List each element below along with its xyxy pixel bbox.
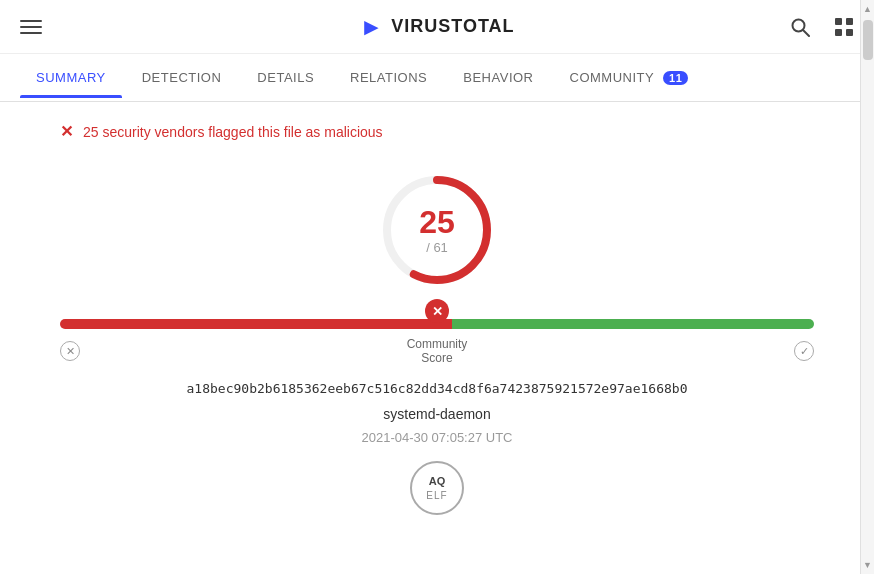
tab-bar: SUMMARY DETECTION DETAILS RELATIONS BEHA… (0, 54, 874, 102)
score-label: Score (407, 351, 468, 365)
tab-relations[interactable]: RELATIONS (334, 58, 443, 97)
scrollbar-track: ▲ ▼ (860, 0, 874, 574)
community-label: Community (407, 337, 468, 351)
svg-rect-6 (846, 18, 853, 25)
logo-text: VIRUSTOTAL (391, 16, 514, 37)
gauge-wrapper: 25 / 61 (372, 165, 502, 295)
app-header: ► VIRUSTOTAL (0, 0, 874, 54)
sentiment-labels: ✕ Community Score ✓ (60, 337, 814, 365)
sentiment-center-label: Community Score (407, 337, 468, 365)
file-date: 2021-04-30 07:05:27 UTC (60, 430, 814, 445)
header-right (786, 13, 858, 41)
svg-rect-5 (835, 18, 842, 25)
badge-circle: AQ ELF (410, 461, 464, 515)
tab-summary[interactable]: SUMMARY (20, 58, 122, 97)
alert-icon: ✕ (60, 122, 73, 141)
svg-rect-7 (835, 29, 842, 36)
main-content: ✕ 25 security vendors flagged this file … (0, 102, 874, 535)
sentiment-bar-positive (452, 319, 814, 329)
search-button[interactable] (786, 13, 814, 41)
community-badge: 11 (663, 71, 688, 85)
alert-bar: ✕ 25 security vendors flagged this file … (60, 122, 814, 141)
sentiment-bar-negative (60, 319, 452, 329)
file-info: a18bec90b2b6185362eeb67c516c82dd34cd8f6a… (60, 381, 814, 515)
sentiment-indicator: ✕ (425, 299, 449, 323)
detection-gauge: 25 / 61 (60, 165, 814, 295)
sentiment-bar-container: ✕ ✕ Community Score ✓ (60, 319, 814, 365)
header-left (16, 12, 46, 42)
svg-rect-0 (20, 20, 42, 22)
sentiment-label-negative: ✕ (60, 341, 80, 361)
svg-rect-1 (20, 26, 42, 28)
file-hash: a18bec90b2b6185362eeb67c516c82dd34cd8f6a… (60, 381, 814, 396)
x-icon: ✕ (60, 341, 80, 361)
sentiment-label-positive: ✓ (794, 341, 814, 361)
svg-line-4 (803, 30, 809, 36)
gauge-center: 25 / 61 (419, 206, 455, 255)
badge-top-text: AQ (429, 474, 446, 488)
tab-community-label: COMMUNITY (570, 70, 654, 85)
check-icon: ✓ (794, 341, 814, 361)
scrollbar-down-button[interactable]: ▼ (861, 556, 875, 574)
gauge-number: 25 (419, 206, 455, 238)
svg-rect-2 (20, 32, 42, 34)
svg-rect-8 (846, 29, 853, 36)
scrollbar-thumb[interactable] (863, 20, 873, 60)
file-type-badge: AQ ELF (60, 461, 814, 515)
gauge-total: / 61 (419, 240, 455, 255)
app-logo: ► VIRUSTOTAL (359, 13, 514, 41)
file-name: systemd-daemon (60, 406, 814, 422)
alert-text: 25 security vendors flagged this file as… (83, 124, 383, 140)
tab-behavior[interactable]: BEHAVIOR (447, 58, 549, 97)
tab-community[interactable]: COMMUNITY 11 (554, 58, 705, 97)
tab-details[interactable]: DETAILS (241, 58, 330, 97)
scrollbar-up-button[interactable]: ▲ (861, 0, 875, 18)
badge-bottom-text: ELF (426, 489, 447, 502)
logo-arrow-icon: ► (359, 13, 383, 41)
tab-detection[interactable]: DETECTION (126, 58, 238, 97)
menu-button[interactable] (16, 12, 46, 42)
grid-button[interactable] (830, 13, 858, 41)
